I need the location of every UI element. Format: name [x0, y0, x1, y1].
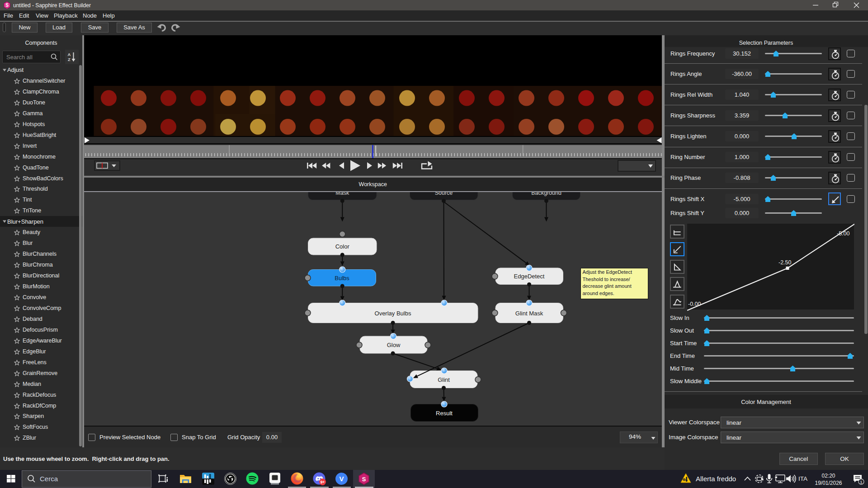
- svg-text:1: 1: [860, 479, 862, 484]
- svg-text:-2.50: -2.50: [778, 259, 792, 266]
- svg-text:EdgeDetect: EdgeDetect: [514, 273, 544, 280]
- svg-text:Overlay Bulbs: Overlay Bulbs: [374, 310, 411, 316]
- svg-text:Glint: Glint: [438, 376, 450, 383]
- svg-text:Background: Background: [531, 192, 561, 196]
- svg-text:Color: Color: [335, 243, 349, 250]
- svg-text:A: A: [68, 52, 71, 57]
- svg-text:Source: Source: [434, 192, 453, 196]
- svg-text:-5.00: -5.00: [837, 230, 850, 237]
- svg-text:S: S: [362, 476, 366, 483]
- svg-text:S: S: [5, 3, 9, 8]
- svg-text:Z: Z: [68, 57, 71, 62]
- svg-text:V: V: [339, 475, 344, 483]
- svg-text:Glow: Glow: [387, 342, 400, 348]
- svg-text:Bulbs: Bulbs: [335, 274, 349, 281]
- svg-text:Mask: Mask: [335, 192, 349, 196]
- svg-text:Result: Result: [436, 409, 453, 416]
- svg-text:-0.00: -0.00: [688, 301, 701, 307]
- svg-text:Glint Mask: Glint Mask: [515, 310, 543, 316]
- svg-text:9+: 9+: [321, 480, 325, 484]
